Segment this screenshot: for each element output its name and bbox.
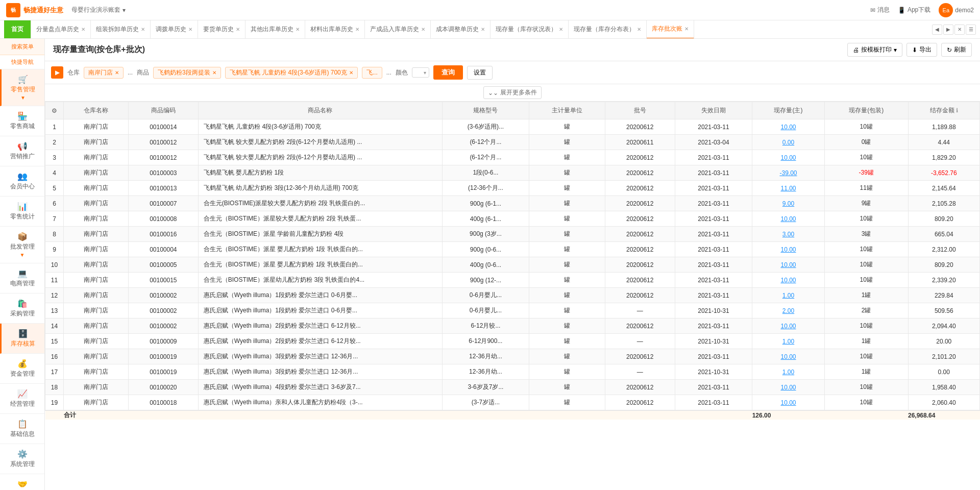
cell-warehouse: 南岸门店 xyxy=(64,364,129,380)
tab-close-icon[interactable]: ✕ xyxy=(481,27,485,32)
tab-chancheng[interactable]: 产成品入库单历史 ✕ xyxy=(365,20,431,39)
cell-qty-pkg: 10罐 xyxy=(824,273,908,288)
tab-diaobao[interactable]: 调拨单历史 ✕ xyxy=(151,20,198,39)
account-dropdown[interactable]: 母婴行业演示账套 ▾ xyxy=(71,6,126,14)
color-filter-select[interactable] xyxy=(412,67,429,78)
sidebar-item-marketing[interactable]: 📢 营销推广 xyxy=(0,136,44,166)
tab-close-icon[interactable]: ✕ xyxy=(188,27,192,32)
tab-fenliangpandian[interactable]: 分量盘点单历史 ✕ xyxy=(31,20,91,39)
cell-qty-main[interactable]: 10.00 xyxy=(752,211,825,227)
product-tag1-close[interactable]: ✕ xyxy=(212,70,216,76)
settings-button[interactable]: 设置 xyxy=(467,66,493,80)
tab-close-icon[interactable]: ✕ xyxy=(637,27,641,32)
cell-name: 惠氏启赋（Wyeth illuma）2段奶粉 爱尔兰进口 6-12月较... xyxy=(198,334,442,349)
tab-close-icon[interactable]: ✕ xyxy=(296,27,300,32)
cell-qty-main[interactable]: 9.00 xyxy=(752,196,825,211)
tab-zuzhuang[interactable]: 组装拆卸单历史 ✕ xyxy=(91,20,151,39)
cell-qty-pkg: 9罐 xyxy=(824,196,908,211)
help-icon[interactable]: ℹ xyxy=(956,107,958,113)
query-button[interactable]: 查询 xyxy=(433,65,463,80)
sidebar-item-purchase[interactable]: 🛍️ 采购管理 xyxy=(0,293,44,324)
cell-warehouse: 南岸门店 xyxy=(64,135,129,150)
tab-chengben[interactable]: 成本调整单历史 ✕ xyxy=(431,20,491,39)
message-button[interactable]: ✉ 消息 xyxy=(870,6,890,14)
cell-qty-main[interactable]: 1.00 xyxy=(752,288,825,303)
cell-qty-main[interactable]: 10.00 xyxy=(752,242,825,257)
sidebar-item-label: 采购管理 xyxy=(10,309,35,318)
cell-qty-main[interactable]: 0.00 xyxy=(752,135,825,150)
sidebar-item-system[interactable]: ⚙️ 系统管理 xyxy=(0,444,44,474)
cell-code: 00100007 xyxy=(128,196,198,211)
expand-conditions-button[interactable]: ⌄⌄ 展开更多条件 xyxy=(483,86,542,99)
product-ellipsis[interactable]: ... xyxy=(386,69,391,76)
warehouse-filter-tag[interactable]: 南岸门店 ✕ xyxy=(84,67,124,79)
tab-yaohuo[interactable]: 要货单历史 ✕ xyxy=(198,20,246,39)
search-label[interactable]: 搜索英单 xyxy=(3,43,41,51)
tab-close-all-button[interactable]: ✕ xyxy=(954,24,965,35)
app-download-button[interactable]: 📱 App下载 xyxy=(898,6,930,14)
tab-close-icon[interactable]: ✕ xyxy=(559,27,563,32)
sidebar-item-finance[interactable]: 💰 资金管理 xyxy=(0,354,44,384)
cell-qty-main[interactable]: 10.00 xyxy=(752,257,825,273)
tab-xiancunliang1[interactable]: 现存量（库存状况表） ✕ xyxy=(491,20,569,39)
cell-amount: 20.00 xyxy=(908,334,980,349)
export-button[interactable]: ⬇ 导出 xyxy=(906,43,937,57)
th-settings[interactable]: ⚙ xyxy=(45,102,64,119)
warehouse-ellipsis[interactable]: ... xyxy=(128,69,133,76)
sidebar-search[interactable]: 搜索英单 xyxy=(0,39,44,55)
cell-qty-main[interactable]: 3.00 xyxy=(752,227,825,242)
cell-qty-main[interactable]: 10.00 xyxy=(752,150,825,165)
cell-qty-main[interactable]: 10.00 xyxy=(752,119,825,135)
sidebar-item-operations[interactable]: 📈 经营管理 xyxy=(0,384,44,414)
sidebar-item-member[interactable]: 👥 会员中心 xyxy=(0,166,44,197)
tab-home[interactable]: 首页 xyxy=(4,20,31,39)
cell-qty-main[interactable]: 2.00 xyxy=(752,303,825,318)
tab-close-icon[interactable]: ✕ xyxy=(421,27,425,32)
cell-qty-main[interactable]: 11.00 xyxy=(752,181,825,196)
sidebar-item-retail-stats[interactable]: 📊 零售统计 xyxy=(0,197,44,227)
filter-toggle-button[interactable]: ▶ xyxy=(51,66,63,79)
user-profile-button[interactable]: Ea demo2 xyxy=(939,3,974,17)
cell-warehouse: 南岸门店 xyxy=(64,257,129,273)
cell-name: 合生元（BIOSTIME）派星较大婴儿配方奶粉 2段 乳铁蛋... xyxy=(198,211,442,227)
product-filter-tag2[interactable]: 飞鹤星飞帆 儿童奶粉 4段(3-6岁适用) 700克 ✕ xyxy=(225,67,358,79)
cell-qty-main[interactable]: 10.00 xyxy=(752,395,825,411)
cell-qty-main[interactable]: -39.00 xyxy=(752,165,825,181)
sidebar-item-retail-mgmt[interactable]: 🛒 零售管理 ▼ xyxy=(0,69,44,106)
tab-qitachuku[interactable]: 其他出库单历史 ✕ xyxy=(246,20,305,39)
cell-qty-main[interactable]: 1.00 xyxy=(752,334,825,349)
tab-pici-active[interactable]: 库存批次账 ✕ xyxy=(647,20,694,39)
tab-close-icon[interactable]: ✕ xyxy=(684,26,689,32)
cell-code: 00100013 xyxy=(128,181,198,196)
cell-amount: 2,060.40 xyxy=(908,395,980,411)
tab-close-icon[interactable]: ✕ xyxy=(81,27,85,32)
sidebar-item-wholesale[interactable]: 📦 批发管理 ▼ xyxy=(0,227,44,263)
tab-close-icon[interactable]: ✕ xyxy=(355,27,359,32)
sidebar-nav-label[interactable]: 快捷导航 xyxy=(0,55,44,69)
cell-qty-main[interactable]: 10.00 xyxy=(752,273,825,288)
product-tag2-close[interactable]: ✕ xyxy=(349,70,353,76)
tab-close-icon[interactable]: ✕ xyxy=(141,27,145,32)
cell-qty-main[interactable]: 1.00 xyxy=(752,364,825,380)
tab-xiancunliang2[interactable]: 现存量（库存分布表） ✕ xyxy=(569,20,647,39)
sidebar-item-corp-collab[interactable]: 🤝 企业协同 xyxy=(0,474,44,490)
print-button[interactable]: 🖨 按模板打印 ▾ xyxy=(847,43,902,57)
cell-qty-main[interactable]: 10.00 xyxy=(752,380,825,395)
warehouse-tag-close[interactable]: ✕ xyxy=(115,70,119,76)
sidebar-item-basic-info[interactable]: 📋 基础信息 xyxy=(0,414,44,444)
cell-qty-main[interactable]: 10.00 xyxy=(752,349,825,364)
refresh-button[interactable]: ↻ 刷新 xyxy=(941,43,972,57)
tab-prev-button[interactable]: ◀ xyxy=(932,24,942,35)
cell-expire: 2021-03-11 xyxy=(675,242,752,257)
sidebar-item-retail-shop[interactable]: 🏪 零售商城 xyxy=(0,106,44,136)
tab-close-icon[interactable]: ✕ xyxy=(236,27,240,32)
sidebar-item-ecommerce[interactable]: 💻 电商管理 xyxy=(0,263,44,293)
tab-cailiaochuku[interactable]: 材料出库单历史 ✕ xyxy=(305,20,365,39)
sidebar-item-inventory[interactable]: 🗄️ 库存核算 xyxy=(0,324,44,354)
cell-expire: 2021-10-31 xyxy=(675,364,752,380)
tab-next-button[interactable]: ▶ xyxy=(943,24,953,35)
tab-more-button[interactable]: ☰ xyxy=(966,24,976,35)
product-filter-tag1[interactable]: 飞鹤奶粉3段两提装 ✕ xyxy=(153,67,221,79)
cell-qty-main[interactable]: 10.00 xyxy=(752,318,825,334)
product-filter-tag3[interactable]: 飞... xyxy=(362,67,382,79)
